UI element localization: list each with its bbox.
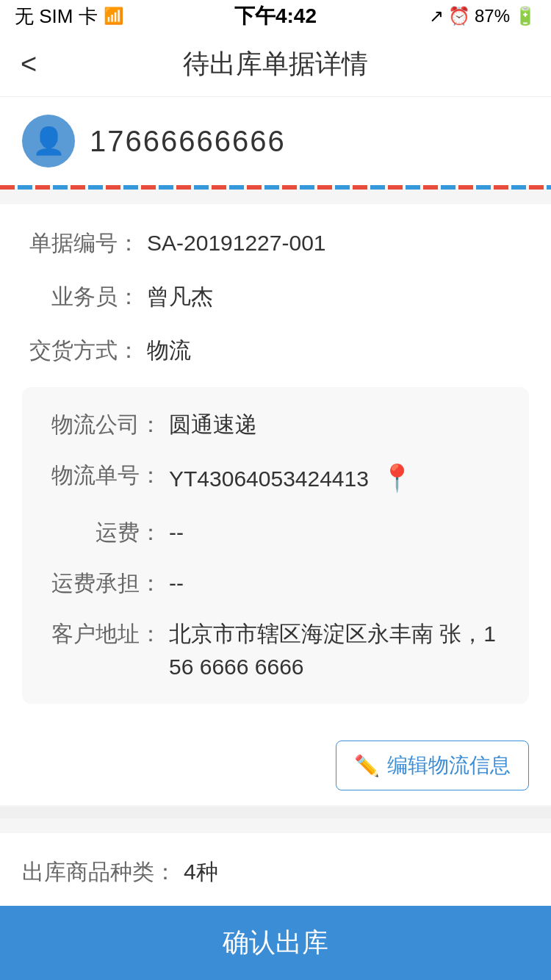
- goods-types-row: 出库商品种类： 4种: [22, 855, 529, 888]
- battery-label: 87%: [475, 6, 510, 26]
- address-row: 客户地址： 北京市市辖区海淀区永丰南 张，156 6666 6666: [44, 617, 507, 683]
- section-divider: [0, 807, 551, 818]
- delivery-label: 交货方式：: [22, 334, 140, 367]
- carrier-label: 无 SIM 卡: [15, 4, 98, 29]
- status-left: 无 SIM 卡 📶: [15, 4, 123, 29]
- nav-bar: < 待出库单据详情: [0, 32, 551, 97]
- edit-logistics-label: 编辑物流信息: [387, 752, 511, 779]
- goods-types-value: 4种: [184, 855, 529, 888]
- salesman-label: 业务员：: [22, 280, 140, 313]
- battery-icon: 🔋: [514, 6, 536, 26]
- location-icon: ↗: [429, 6, 444, 26]
- confirm-btn-area: 确认出库: [0, 906, 551, 980]
- salesman-row: 业务员： 曾凡杰: [22, 280, 529, 313]
- freight-value: --: [169, 516, 507, 549]
- address-label: 客户地址：: [44, 617, 162, 650]
- dashed-separator: [0, 185, 551, 190]
- order-no-label: 单据编号：: [22, 226, 140, 259]
- edit-icon: ✏️: [354, 754, 380, 778]
- tracking-no-label: 物流单号：: [44, 458, 162, 491]
- tracking-no-value: YT43064053424413: [169, 462, 369, 495]
- logistics-company-value: 圆通速递: [169, 408, 507, 441]
- freight-bear-value: --: [169, 566, 507, 599]
- order-no-row: 单据编号： SA-20191227-001: [22, 226, 529, 259]
- edit-btn-container: ✏️ 编辑物流信息: [0, 726, 551, 805]
- edit-logistics-button[interactable]: ✏️ 编辑物流信息: [336, 741, 529, 790]
- delivery-row: 交货方式： 物流: [22, 334, 529, 367]
- goods-types-label: 出库商品种类：: [22, 855, 176, 888]
- logistics-company-label: 物流公司：: [44, 408, 162, 441]
- page-title: 待出库单据详情: [183, 46, 368, 82]
- order-info-section: 单据编号： SA-20191227-001 业务员： 曾凡杰 交货方式： 物流 …: [0, 204, 551, 726]
- order-no-value: SA-20191227-001: [147, 226, 529, 259]
- tracking-container: YT43064053424413 📍: [169, 458, 507, 498]
- user-phone: 17666666666: [90, 125, 286, 158]
- freight-row: 运费： --: [44, 516, 507, 549]
- logistics-company-row: 物流公司： 圆通速递: [44, 408, 507, 441]
- status-time: 下午4:42: [234, 2, 317, 30]
- address-value: 北京市市辖区海淀区永丰南 张，156 6666 6666: [169, 617, 507, 683]
- logistics-box: 物流公司： 圆通速递 物流单号： YT43064053424413 📍 运费： …: [22, 387, 529, 704]
- freight-bear-label: 运费承担：: [44, 566, 162, 599]
- status-right: ↗ ⏰ 87% 🔋: [429, 6, 536, 26]
- freight-label: 运费：: [44, 516, 162, 549]
- avatar: 👤: [22, 115, 75, 167]
- freight-bear-row: 运费承担： --: [44, 566, 507, 599]
- alarm-icon: ⏰: [448, 6, 470, 26]
- status-bar: 无 SIM 卡 📶 下午4:42 ↗ ⏰ 87% 🔋: [0, 0, 551, 32]
- wifi-icon: 📶: [104, 7, 123, 26]
- delivery-value: 物流: [147, 334, 529, 367]
- map-pin-icon[interactable]: 📍: [381, 458, 414, 498]
- confirm-outbound-button[interactable]: 确认出库: [0, 925, 551, 961]
- tracking-no-row: 物流单号： YT43064053424413 📍: [44, 458, 507, 498]
- salesman-value: 曾凡杰: [147, 280, 529, 313]
- back-button[interactable]: <: [21, 48, 37, 80]
- user-header: 👤 17666666666: [0, 97, 551, 185]
